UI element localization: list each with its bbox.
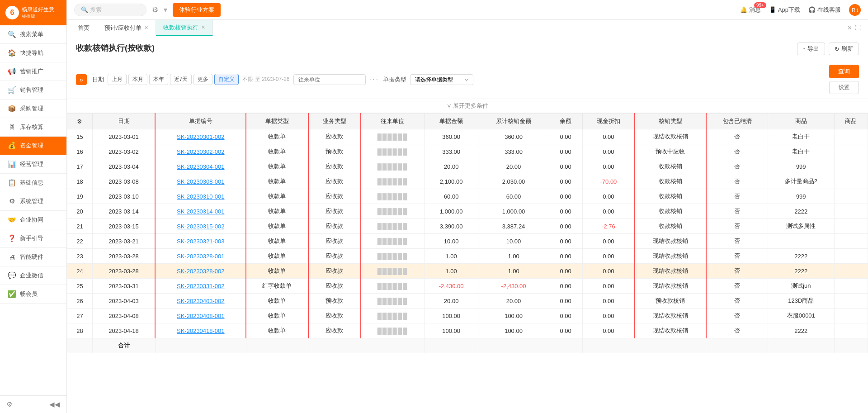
tab-payable[interactable]: 预计/应收付单 ✕ xyxy=(97,20,156,36)
online-service-button[interactable]: 🎧 在线客服 xyxy=(808,6,841,14)
row-sn[interactable]: SK-20230308-001 xyxy=(155,174,246,189)
row-sn[interactable]: SK-20230310-001 xyxy=(155,189,246,204)
col-include-settled-header[interactable]: 包含已结清 xyxy=(706,114,768,129)
col-cash-discount-header[interactable]: 现金折扣 xyxy=(582,114,635,129)
table-row[interactable]: 192023-03-10SK-20230310-001收款单应收款██████6… xyxy=(67,189,868,204)
filter-last-month[interactable]: 上月 xyxy=(108,74,127,85)
export-button[interactable]: ↑ 导出 xyxy=(797,43,826,55)
table-row[interactable]: 252023-03-31SK-20230331-002红字收款单应收款█████… xyxy=(67,279,868,294)
col-bill-type-header[interactable]: 单据类型 xyxy=(246,114,308,129)
expand-more-conditions[interactable]: ∨ 展开更多条件 xyxy=(67,99,868,113)
row-balance: 0.00 xyxy=(549,309,582,323)
app-download-button[interactable]: 📱 App下载 xyxy=(769,6,800,14)
refresh-button[interactable]: ↻ 刷新 xyxy=(829,43,859,55)
row-goods2 xyxy=(834,294,868,309)
payable-tab-close-icon[interactable]: ✕ xyxy=(144,25,148,31)
col-gear-header[interactable]: ⚙ xyxy=(67,114,93,129)
filter-this-month[interactable]: 本月 xyxy=(128,74,147,85)
row-bill-type: 收款单 xyxy=(246,174,308,189)
table-row[interactable]: 152023-03-01SK-20230301-002收款单应收款██████3… xyxy=(67,129,868,144)
col-cumulative-header[interactable]: 累计核销金额 xyxy=(478,114,549,129)
collapse-icon[interactable]: ◀◀ xyxy=(49,400,60,408)
sidebar-item-purchase[interactable]: 📦 采购管理 xyxy=(0,100,66,118)
table-row[interactable]: 242023-03-28SK-20230328-002收款单应收款██████1… xyxy=(67,264,868,279)
sidebar-item-hardware[interactable]: 🖨 智能硬件 xyxy=(0,248,66,266)
row-sn[interactable]: SK-20230315-002 xyxy=(155,219,246,234)
row-sn[interactable]: SK-20230328-002 xyxy=(155,264,246,279)
filter-more-dots[interactable]: ··· xyxy=(369,76,379,84)
sidebar-item-system[interactable]: ⚙ 系统管理 xyxy=(0,192,66,211)
sidebar-item-vip[interactable]: ✅ 畅会员 xyxy=(0,285,66,304)
row-sn[interactable]: SK-20230331-002 xyxy=(155,279,246,294)
row-amount: 2,100.00 xyxy=(424,174,478,189)
col-date-header[interactable]: 日期 xyxy=(92,114,155,129)
table-row[interactable]: 182023-03-08SK-20230308-001收款单应收款██████2… xyxy=(67,174,868,189)
row-cash-discount: 0.00 xyxy=(582,279,635,294)
row-sn[interactable]: SK-20230403-002 xyxy=(155,294,246,309)
bill-type-select[interactable]: 请选择单据类型 收款单 红字收款单 xyxy=(410,74,473,85)
filter-area: » 日期 上月 本月 本年 近7天 更多 自定义 不限 至 2023-07-26… xyxy=(67,60,868,99)
sidebar-item-search[interactable]: 🔍 搜索菜单 xyxy=(0,25,66,44)
row-sn[interactable]: SK-20230304-001 xyxy=(155,159,246,174)
sidebar-item-marketing[interactable]: 📢 营销推广 xyxy=(0,62,66,81)
col-sn-header[interactable]: 单据编号 xyxy=(155,114,246,129)
row-biz-type: 预收款 xyxy=(308,294,361,309)
settings-gear-icon[interactable]: ⚙ xyxy=(152,5,158,14)
table-row[interactable]: 232023-03-28SK-20230328-001收款单应收款██████1… xyxy=(67,249,868,264)
filter-last-7days[interactable]: 近7天 xyxy=(170,74,192,85)
row-sn[interactable]: SK-20230418-001 xyxy=(155,323,246,338)
col-biz-type-header[interactable]: 业务类型 xyxy=(308,114,361,129)
col-unit-header[interactable]: 往来单位 xyxy=(361,114,424,129)
filter-more-dates[interactable]: 更多 xyxy=(193,74,212,85)
sidebar-item-basic-info[interactable]: 📋 基础信息 xyxy=(0,174,66,192)
dropdown-arrow-icon[interactable]: ▾ xyxy=(164,5,167,14)
row-sn[interactable]: SK-20230328-001 xyxy=(155,249,246,264)
tab-home[interactable]: 首页 xyxy=(71,20,97,36)
topbar-search-box[interactable]: 🔍 搜索 xyxy=(74,4,146,16)
filter-this-year[interactable]: 本年 xyxy=(149,74,168,85)
filter-unit-input[interactable] xyxy=(293,74,366,85)
close-window-icon[interactable]: ✕ xyxy=(847,24,852,31)
filter-settings-button[interactable]: 设置 xyxy=(829,81,859,94)
sidebar-item-operations[interactable]: 📊 经营管理 xyxy=(0,155,66,174)
filter-expand-button[interactable]: » xyxy=(76,74,87,85)
col-cx-type-header[interactable]: 核销类型 xyxy=(635,114,706,129)
sidebar-item-guide[interactable]: ❓ 新手引导 xyxy=(0,229,66,248)
table-row[interactable]: 212023-03-15SK-20230315-002收款单应收款██████3… xyxy=(67,219,868,234)
sidebar-item-finance[interactable]: 💰 资金管理 xyxy=(0,137,66,155)
row-sn[interactable]: SK-20230321-003 xyxy=(155,234,246,249)
row-cash-discount: 0.00 xyxy=(582,234,635,249)
industry-solution-button[interactable]: 体验行业方案 xyxy=(173,3,221,17)
notification-button[interactable]: 🔔 消息 99+ xyxy=(740,6,761,14)
table-row[interactable]: 222023-03-21SK-20230321-003收款单应收款██████1… xyxy=(67,234,868,249)
row-sn[interactable]: SK-20230314-001 xyxy=(155,204,246,219)
row-date: 2023-03-01 xyxy=(92,129,155,144)
settings-icon[interactable]: ⚙ xyxy=(6,400,12,408)
filter-custom-date[interactable]: 自定义 xyxy=(214,74,239,85)
sidebar-item-quick-nav[interactable]: 🏠 快捷导航 xyxy=(0,44,66,62)
maximize-icon[interactable]: ⛶ xyxy=(855,24,861,31)
col-goods-header[interactable]: 商品 xyxy=(768,114,834,129)
query-button[interactable]: 查询 xyxy=(829,65,859,78)
table-row[interactable]: 172023-03-04SK-20230304-001收款单应收款██████2… xyxy=(67,159,868,174)
sidebar-item-inventory[interactable]: 🗄 库存核算 xyxy=(0,118,66,137)
sidebar-item-wechat[interactable]: 💬 企业微信 xyxy=(0,266,66,285)
table-row[interactable]: 282023-04-18SK-20230418-001收款单应收款██████1… xyxy=(67,323,868,338)
sidebar-item-sales[interactable]: 🛒 销售管理 xyxy=(0,81,66,100)
finance-icon: 💰 xyxy=(7,142,16,150)
table-row[interactable]: 202023-03-14SK-20230314-001收款单应收款██████1… xyxy=(67,204,868,219)
sidebar-item-enterprise[interactable]: 🤝 企业协同 xyxy=(0,211,66,229)
table-row[interactable]: 262023-04-03SK-20230403-002收款单预收款██████2… xyxy=(67,294,868,309)
table-row[interactable]: 162023-03-02SK-20230302-002收款单预收款██████3… xyxy=(67,144,868,159)
row-sn[interactable]: SK-20230301-002 xyxy=(155,129,246,144)
row-number: 17 xyxy=(67,159,93,174)
col-amount-header[interactable]: 单据金额 xyxy=(424,114,478,129)
row-sn[interactable]: SK-20230302-002 xyxy=(155,144,246,159)
receipts-tab-close-icon[interactable]: ✕ xyxy=(201,24,205,30)
tab-receipts[interactable]: 收款核销执行 ✕ xyxy=(156,20,213,36)
row-sn[interactable]: SK-20230408-001 xyxy=(155,309,246,323)
user-avatar[interactable]: Rit xyxy=(849,4,861,16)
col-balance-header[interactable]: 余额 xyxy=(549,114,582,129)
col-goods2-header[interactable]: 商品 xyxy=(834,114,868,129)
table-row[interactable]: 272023-04-08SK-20230408-001收款单应收款██████1… xyxy=(67,309,868,323)
